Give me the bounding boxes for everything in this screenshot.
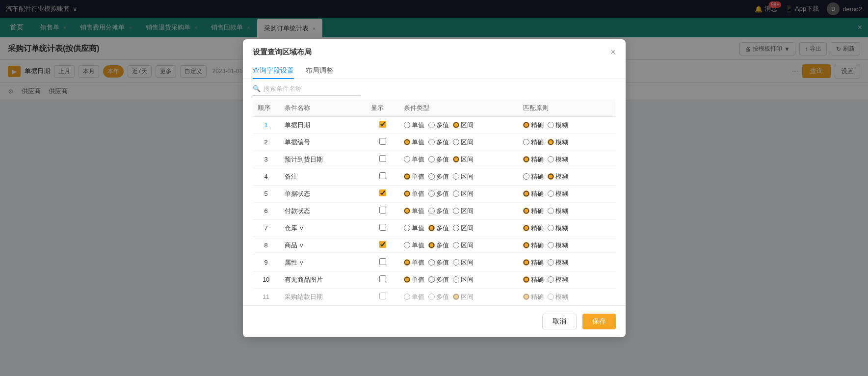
type-radio-item[interactable]: 多值: [428, 224, 449, 233]
show-checkbox[interactable]: [379, 189, 386, 196]
match-radio-item[interactable]: 模糊: [548, 275, 568, 284]
table-row: 3预计到货日期单值多值区间精确模糊: [253, 151, 616, 168]
row-condition-name: 单据日期: [280, 116, 367, 134]
type-radio-item[interactable]: 多值: [428, 121, 449, 130]
type-radio-item[interactable]: 多值: [428, 275, 449, 284]
type-radio-item[interactable]: 多值: [428, 241, 449, 250]
show-checkbox[interactable]: [379, 155, 386, 162]
match-radio-item[interactable]: 精确: [523, 293, 544, 301]
row-show-checkbox[interactable]: [366, 219, 398, 237]
type-radio-item[interactable]: 单值: [404, 138, 424, 147]
match-radio-item[interactable]: 模糊: [548, 224, 568, 233]
th-order: 顺序: [253, 100, 280, 117]
table-row: 6付款状态单值多值区间精确模糊: [253, 202, 616, 219]
match-radio-item[interactable]: 精确: [523, 121, 544, 130]
type-radio-item[interactable]: 区间: [453, 121, 473, 130]
type-radio-item[interactable]: 单值: [404, 121, 424, 130]
show-checkbox[interactable]: [379, 258, 386, 265]
row-type-options: 单值多值区间: [399, 151, 518, 168]
type-radio-item[interactable]: 单值: [404, 224, 424, 233]
tab-layout-adjust[interactable]: 布局调整: [306, 63, 333, 79]
type-radio-item[interactable]: 多值: [428, 155, 449, 164]
modal-close-button[interactable]: ×: [610, 47, 616, 57]
row-show-checkbox[interactable]: [366, 134, 398, 151]
th-type: 条件类型: [399, 100, 518, 117]
row-order: 2: [253, 134, 280, 151]
row-order: 6: [253, 202, 280, 219]
match-radio-item[interactable]: 模糊: [548, 138, 568, 147]
table-row: 2单据编号单值多值区间精确模糊: [253, 134, 616, 151]
save-button[interactable]: 保存: [582, 314, 616, 329]
type-radio-item[interactable]: 单值: [404, 189, 424, 198]
match-radio-item[interactable]: 模糊: [548, 207, 568, 215]
type-radio-item[interactable]: 单值: [404, 207, 424, 215]
row-show-checkbox[interactable]: [366, 254, 398, 271]
show-checkbox[interactable]: [379, 121, 386, 128]
match-radio-item[interactable]: 精确: [523, 275, 544, 284]
match-radio-item[interactable]: 模糊: [548, 241, 568, 250]
row-show-checkbox[interactable]: [366, 116, 398, 134]
type-radio-item[interactable]: 多值: [428, 172, 449, 181]
row-show-checkbox[interactable]: [366, 202, 398, 219]
type-radio-item[interactable]: 单值: [404, 293, 424, 301]
type-radio-item[interactable]: 区间: [453, 224, 473, 233]
row-condition-name: 单据编号: [280, 134, 367, 151]
type-radio-item[interactable]: 区间: [453, 207, 473, 215]
type-radio-item[interactable]: 单值: [404, 172, 424, 181]
type-radio-item[interactable]: 多值: [428, 138, 449, 147]
match-radio-item[interactable]: 精确: [523, 172, 544, 181]
match-radio-item[interactable]: 精确: [523, 138, 544, 147]
show-checkbox[interactable]: [379, 293, 386, 299]
type-radio-item[interactable]: 区间: [453, 138, 473, 147]
type-radio-item[interactable]: 区间: [453, 275, 473, 284]
row-type-options: 单值多值区间: [399, 288, 518, 305]
match-radio-item[interactable]: 模糊: [548, 293, 568, 301]
type-radio-item[interactable]: 单值: [404, 275, 424, 284]
match-radio-item[interactable]: 精确: [523, 189, 544, 198]
type-radio-item[interactable]: 单值: [404, 155, 424, 164]
row-show-checkbox[interactable]: [366, 185, 398, 202]
match-radio-item[interactable]: 精确: [523, 207, 544, 215]
type-radio-item[interactable]: 多值: [428, 207, 449, 215]
tab-query-fields[interactable]: 查询字段设置: [253, 63, 294, 79]
type-radio-item[interactable]: 单值: [404, 241, 424, 250]
match-radio-item[interactable]: 模糊: [548, 189, 568, 198]
search-input[interactable]: [263, 85, 361, 92]
type-radio-item[interactable]: 多值: [428, 258, 449, 267]
row-show-checkbox[interactable]: [366, 168, 398, 185]
match-radio-item[interactable]: 精确: [523, 241, 544, 250]
match-radio-item[interactable]: 模糊: [548, 172, 568, 181]
match-radio-item[interactable]: 模糊: [548, 121, 568, 130]
type-radio-item[interactable]: 多值: [428, 293, 449, 301]
row-show-checkbox[interactable]: [366, 271, 398, 288]
match-radio-item[interactable]: 精确: [523, 224, 544, 233]
table-row: 9属性 ∨单值多值区间精确模糊: [253, 254, 616, 271]
row-show-checkbox[interactable]: [366, 237, 398, 254]
conditions-table: 顺序 条件名称 显示 条件类型 匹配原则 1单据日期单值多值区间精确模糊2单据编…: [253, 100, 616, 305]
type-radio-item[interactable]: 多值: [428, 189, 449, 198]
type-radio-item[interactable]: 区间: [453, 293, 473, 301]
type-radio-item[interactable]: 区间: [453, 155, 473, 164]
show-checkbox[interactable]: [379, 172, 386, 179]
row-show-checkbox[interactable]: [366, 288, 398, 305]
type-radio-item[interactable]: 区间: [453, 189, 473, 198]
show-checkbox[interactable]: [379, 138, 386, 145]
match-radio-item[interactable]: 精确: [523, 155, 544, 164]
type-radio-item[interactable]: 区间: [453, 241, 473, 250]
row-match-options: 精确模糊: [518, 271, 616, 288]
table-row: 8商品 ∨单值多值区间精确模糊: [253, 237, 616, 254]
type-radio-item[interactable]: 区间: [453, 172, 473, 181]
show-checkbox[interactable]: [379, 207, 386, 214]
row-show-checkbox[interactable]: [366, 151, 398, 168]
table-row: 11采购结款日期单值多值区间精确模糊: [253, 288, 616, 305]
show-checkbox[interactable]: [379, 275, 386, 282]
type-radio-item[interactable]: 区间: [453, 258, 473, 267]
match-radio-item[interactable]: 模糊: [548, 155, 568, 164]
show-checkbox[interactable]: [379, 224, 386, 231]
show-checkbox[interactable]: [379, 241, 386, 248]
match-radio-item[interactable]: 模糊: [548, 258, 568, 267]
search-icon: 🔍: [253, 85, 261, 92]
type-radio-item[interactable]: 单值: [404, 258, 424, 267]
match-radio-item[interactable]: 精确: [523, 258, 544, 267]
cancel-button[interactable]: 取消: [542, 314, 577, 329]
